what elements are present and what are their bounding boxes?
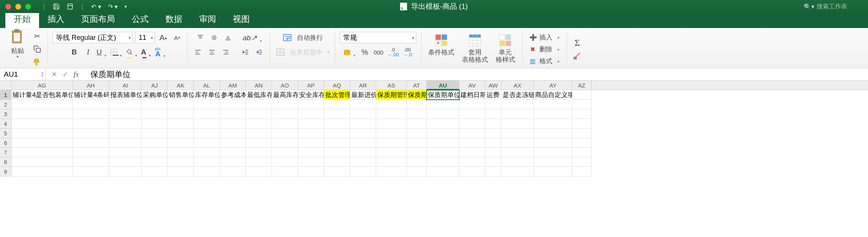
row-header-6[interactable]: 6 <box>0 138 11 148</box>
cell-AL7[interactable] <box>194 148 220 157</box>
cell-AU6[interactable] <box>427 138 459 148</box>
cell-AI5[interactable] <box>109 128 142 138</box>
cell-AO3[interactable] <box>272 109 298 119</box>
cell-AQ1[interactable]: 批次管理 <box>324 90 350 100</box>
cell-AM2[interactable] <box>220 100 246 109</box>
column-header-AY[interactable]: AY <box>534 81 572 90</box>
cell-AH6[interactable] <box>73 138 109 148</box>
cell-AT2[interactable] <box>407 100 427 109</box>
cell-AM6[interactable] <box>220 138 246 148</box>
cell-AX5[interactable] <box>501 128 534 138</box>
cell-AN2[interactable] <box>246 100 272 109</box>
cell-AZ6[interactable] <box>572 138 591 148</box>
cell-AR7[interactable] <box>350 148 376 157</box>
cell-AT7[interactable] <box>407 148 427 157</box>
cell-AW2[interactable] <box>485 100 501 109</box>
cell-AY1[interactable]: 商品自定义项 <box>534 90 572 100</box>
cell-AL8[interactable] <box>194 157 220 167</box>
column-header-AN[interactable]: AN <box>246 81 272 90</box>
cell-AW3[interactable] <box>485 109 501 119</box>
cell-AU4[interactable] <box>427 119 459 128</box>
cell-AP2[interactable] <box>298 100 324 109</box>
cell-AK3[interactable] <box>168 109 194 119</box>
column-header-AS[interactable]: AS <box>376 81 407 90</box>
cell-AQ4[interactable] <box>324 119 350 128</box>
italic-button[interactable]: I <box>82 46 94 58</box>
cell-AW8[interactable] <box>485 157 501 167</box>
row-header-2[interactable]: 2 <box>0 100 11 109</box>
cell-AX1[interactable]: 是否走冻链 <box>501 90 534 100</box>
column-header-AK[interactable]: AK <box>168 81 194 90</box>
cell-AL5[interactable] <box>194 128 220 138</box>
cell-AL3[interactable] <box>194 109 220 119</box>
row-header-9[interactable]: 9 <box>0 167 11 176</box>
cell-AZ8[interactable] <box>572 157 591 167</box>
column-header-AR[interactable]: AR <box>350 81 376 90</box>
cell-AO8[interactable] <box>272 157 298 167</box>
cell-AH2[interactable] <box>73 100 109 109</box>
cell-AM9[interactable] <box>220 167 246 176</box>
increase-decimal-button[interactable]: .0→.00 <box>387 46 399 58</box>
cell-AT4[interactable] <box>407 119 427 128</box>
cell-AY5[interactable] <box>534 128 572 138</box>
cell-AS5[interactable] <box>376 128 407 138</box>
cell-AO5[interactable] <box>272 128 298 138</box>
cell-AU8[interactable] <box>427 157 459 167</box>
cell-AQ7[interactable] <box>324 148 350 157</box>
cell-AU3[interactable] <box>427 109 459 119</box>
comma-button[interactable]: 000 <box>373 46 384 58</box>
cell-AJ4[interactable] <box>142 119 168 128</box>
cell-AP5[interactable] <box>298 128 324 138</box>
border-button[interactable] <box>110 46 123 58</box>
cell-AU2[interactable] <box>427 100 459 109</box>
cell-AZ9[interactable] <box>572 167 591 176</box>
name-box[interactable]: AU1 ▲▼ <box>0 68 46 80</box>
cell-AS2[interactable] <box>376 100 407 109</box>
cell-AN7[interactable] <box>246 148 272 157</box>
cell-AX4[interactable] <box>501 119 534 128</box>
format-painter-button[interactable] <box>31 56 43 68</box>
cell-AV3[interactable] <box>459 109 485 119</box>
clear-button[interactable] <box>572 50 583 61</box>
conditional-format-button[interactable]: ≠ 条件格式 <box>426 32 457 57</box>
cell-AP4[interactable] <box>298 119 324 128</box>
cell-AQ9[interactable] <box>324 167 350 176</box>
number-format-combo[interactable]: 常规 <box>340 32 416 43</box>
cell-AW1[interactable]: 运费 <box>485 90 501 100</box>
cell-AJ9[interactable] <box>142 167 168 176</box>
merge-center-button[interactable]: 合并后居中 <box>290 48 323 57</box>
cell-AV4[interactable] <box>459 119 485 128</box>
cell-AQ2[interactable] <box>324 100 350 109</box>
column-header-AT[interactable]: AT <box>407 81 427 90</box>
font-color-button[interactable]: A <box>141 46 152 58</box>
cell-AX2[interactable] <box>501 100 534 109</box>
cell-AG2[interactable] <box>11 100 73 109</box>
cell-AJ8[interactable] <box>142 157 168 167</box>
cell-AY2[interactable] <box>534 100 572 109</box>
cell-AO1[interactable]: 最高库存 <box>272 90 298 100</box>
cell-AH8[interactable] <box>73 157 109 167</box>
cell-AI2[interactable] <box>109 100 142 109</box>
align-right-button[interactable] <box>220 46 231 58</box>
cell-AV6[interactable] <box>459 138 485 148</box>
print-icon[interactable] <box>67 3 74 10</box>
cell-AP1[interactable]: 安全库存 <box>298 90 324 100</box>
column-header-AJ[interactable]: AJ <box>142 81 168 90</box>
cell-AN5[interactable] <box>246 128 272 138</box>
currency-button[interactable] <box>343 46 357 58</box>
bold-button[interactable]: B <box>69 46 80 58</box>
spreadsheet-grid[interactable]: AGAHAIAJAKALAMANAOAPAQARASATAUAVAWAXAYAZ… <box>0 81 868 176</box>
insert-menu[interactable]: ➕插入 <box>527 32 562 43</box>
align-middle-button[interactable] <box>208 32 220 43</box>
column-header-AH[interactable]: AH <box>73 81 109 90</box>
cell-AK1[interactable]: 销售单位 <box>168 90 194 100</box>
decrease-indent-button[interactable] <box>240 46 251 58</box>
cell-AO7[interactable] <box>272 148 298 157</box>
cell-AR1[interactable]: 最新进价 <box>350 90 376 100</box>
cell-AJ7[interactable] <box>142 148 168 157</box>
cell-AM3[interactable] <box>220 109 246 119</box>
autosum-button[interactable]: Σ <box>572 37 583 48</box>
cell-AN6[interactable] <box>246 138 272 148</box>
cell-AL9[interactable] <box>194 167 220 176</box>
cell-AT8[interactable] <box>407 157 427 167</box>
